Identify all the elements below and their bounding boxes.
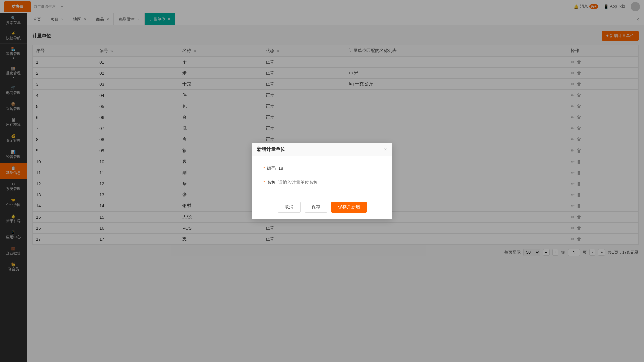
required-star2: * — [263, 180, 265, 185]
form-row-code: * 编码 — [258, 164, 386, 172]
modal-body: * 编码 * 名称 — [252, 156, 392, 198]
save-and-new-button[interactable]: 保存并新增 — [331, 202, 367, 213]
modal-header: 新增计量单位 × — [252, 143, 392, 156]
code-input[interactable] — [278, 164, 386, 172]
form-row-name: * 名称 — [258, 178, 386, 186]
required-star: * — [263, 166, 265, 171]
modal-close-button[interactable]: × — [384, 147, 387, 152]
cancel-button[interactable]: 取消 — [278, 202, 301, 213]
save-button[interactable]: 保存 — [305, 202, 327, 213]
modal-overlay: 新增计量单位 × * 编码 * 名称 取消 保存 保存并新增 — [0, 0, 644, 362]
modal-title: 新增计量单位 — [257, 146, 285, 153]
name-input[interactable] — [278, 178, 386, 186]
modal-box: 新增计量单位 × * 编码 * 名称 取消 保存 保存并新增 — [252, 143, 392, 219]
form-code-label: * 编码 — [258, 165, 278, 171]
modal-footer: 取消 保存 保存并新增 — [252, 198, 392, 219]
form-name-label: * 名称 — [258, 179, 278, 185]
